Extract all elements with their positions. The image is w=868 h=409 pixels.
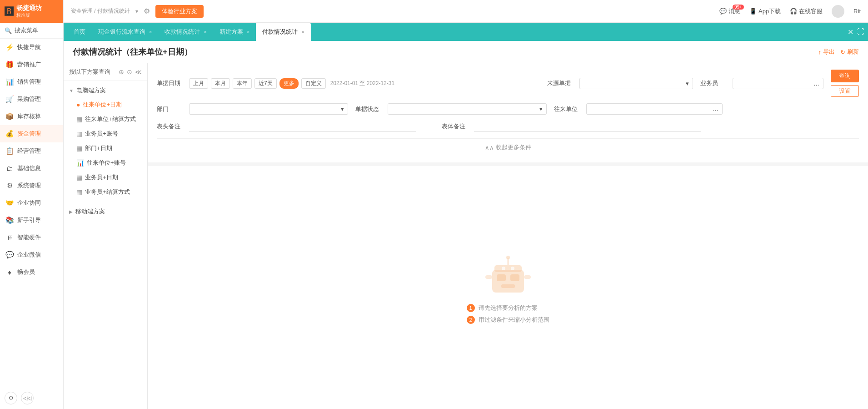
body-area: 按以下方案查询 ⊕ ⊙ ≪ ▼ 电脑端方案 ● 往来单位+日期 (64, 63, 868, 409)
scheme-item-unit-account[interactable]: 📊 往来单位+账号 (64, 156, 147, 170)
related-unit-select[interactable]: … (586, 103, 723, 115)
page-header-actions: ↑ 导出 ↻ 刷新 (818, 48, 859, 56)
sidebar-search[interactable]: 🔍 搜索菜单 (0, 23, 63, 39)
export-btn[interactable]: ↑ 导出 (818, 48, 835, 56)
pc-scheme-group: ▼ 电脑端方案 ● 往来单位+日期 ▦ 往来单位+结算方式 ▦ 业务员+账号 (64, 81, 147, 202)
sidebar-item-guide[interactable]: 📚 新手引导 (0, 212, 63, 229)
tab-bank-flow-close[interactable]: × (149, 29, 152, 35)
bill-status-label: 单据状态 (355, 105, 380, 113)
marketing-icon: 🎁 (5, 61, 14, 69)
pc-scheme-group-header[interactable]: ▼ 电脑端方案 (64, 84, 147, 97)
scheme-icon-unit-account: 📊 (76, 159, 84, 167)
scheme-icon-staff-account: ▦ (76, 130, 82, 137)
scheme-item-unit-settlement[interactable]: ▦ 往来单位+结算方式 (64, 112, 147, 126)
settings-bottom-btn[interactable]: ⚙ (5, 392, 17, 404)
sidebar-item-sales[interactable]: 📊 销售管理 (0, 73, 63, 91)
date-btn-more[interactable]: 更多 (279, 78, 299, 89)
tip-text-2: 用过滤条件来缩小分析范围 (479, 316, 549, 324)
scheme-item-staff-account[interactable]: ▦ 业务员+账号 (64, 126, 147, 141)
trial-btn[interactable]: 体验行业方案 (155, 5, 204, 18)
scheme-icon-unit-date: ● (76, 101, 80, 108)
tabbar-close-all-btn[interactable]: ✕ (848, 28, 853, 36)
sidebar: 🅱 畅捷通坊 标准版 🔍 搜索菜单 ⚡ 快捷导航 🎁 营销推广 📊 销售管理 🛒… (0, 0, 64, 409)
header-note-input[interactable] (189, 121, 416, 132)
tab-payment-stats[interactable]: 付款情况统计 × (256, 23, 310, 41)
date-btn-this-month[interactable]: 本月 (211, 78, 230, 89)
export-label: 导出 (823, 48, 835, 56)
staff-select[interactable]: … (733, 78, 823, 89)
capital-icon: 💰 (5, 130, 14, 138)
source-bill-select[interactable]: ▾ (579, 78, 693, 89)
collapse-bar[interactable]: ∧∧ 收起更多条件 (157, 138, 859, 156)
sidebar-item-label: 营销推广 (17, 61, 41, 69)
topbar-gear-icon[interactable]: ⚙ (144, 7, 150, 15)
body-note-input[interactable] (474, 121, 701, 132)
tab-new-scheme-close[interactable]: × (247, 29, 249, 35)
topbar: 资金管理 / 付款情况统计 ▾ ⚙ 体验行业方案 💬 消息 99+ 📱 App下… (64, 0, 868, 23)
pc-group-label: 电脑端方案 (76, 86, 106, 95)
app-download-btn[interactable]: 📱 App下载 (749, 7, 781, 15)
sidebar-item-enterprise[interactable]: 🤝 企业协同 (0, 194, 63, 212)
sidebar-item-basic[interactable]: 🗂 基础信息 (0, 160, 63, 177)
hardware-icon: 🖥 (5, 233, 14, 242)
tab-collection-stats[interactable]: 收款情况统计 × (158, 23, 213, 41)
header-note-label: 表头备注 (157, 122, 182, 131)
body-note-label: 表体备注 (442, 122, 467, 131)
operation-icon: 📋 (5, 147, 14, 155)
refresh-label: 刷新 (847, 48, 859, 56)
topbar-dropdown-arrow[interactable]: ▾ (135, 8, 138, 15)
sidebar-item-label: 经营管理 (17, 147, 41, 155)
panel-collapse-icon[interactable]: ≪ (135, 68, 142, 76)
refresh-btn[interactable]: ↻ 刷新 (840, 48, 859, 56)
query-btn[interactable]: 查询 (831, 70, 859, 82)
sales-icon: 📊 (5, 78, 14, 86)
scheme-label-staff-settlement: 业务员+结算方式 (85, 188, 130, 196)
empty-tips: 1 请先选择要分析的方案 2 用过滤条件来缩小分析范围 (467, 304, 549, 324)
scheme-label-unit-date: 往来单位+日期 (83, 101, 122, 109)
tab-bank-flow[interactable]: 现金银行流水查询 × (92, 23, 158, 41)
date-btn-last-month[interactable]: 上月 (189, 78, 208, 89)
tab-payment-stats-close[interactable]: × (301, 29, 304, 35)
tab-new-scheme[interactable]: 新建方案 × (213, 23, 256, 41)
sidebar-item-inventory[interactable]: 📦 库存核算 (0, 108, 63, 125)
collapse-btn[interactable]: ◁◁ (21, 392, 34, 404)
topbar-breadcrumb: 资金管理 / 付款情况统计 (71, 7, 130, 15)
tabbar-expand-btn[interactable]: ⛶ (857, 28, 864, 36)
scheme-item-dept-date[interactable]: ▦ 部门+日期 (64, 141, 147, 156)
source-bill-arrow: ▾ (686, 80, 689, 87)
dept-select[interactable]: ▾ (189, 103, 348, 115)
msg-btn[interactable]: 💬 消息 99+ (719, 7, 740, 15)
svg-rect-4 (494, 265, 522, 272)
sidebar-item-hardware[interactable]: 🖥 智能硬件 (0, 229, 63, 246)
scheme-item-staff-settlement[interactable]: ▦ 业务员+结算方式 (64, 185, 147, 199)
scheme-item-unit-date[interactable]: ● 往来单位+日期 (64, 97, 147, 112)
online-service-btn[interactable]: 🎧 在线客服 (790, 7, 823, 15)
tab-collection-stats-close[interactable]: × (204, 29, 206, 35)
sidebar-item-system[interactable]: ⚙ 系统管理 (0, 177, 63, 194)
sidebar-item-weixin[interactable]: 💬 企业微信 (0, 246, 63, 263)
date-btn-custom[interactable]: 自定义 (301, 78, 326, 89)
add-scheme-icon[interactable]: ⊕ (119, 68, 124, 76)
logo-text: 畅捷通坊 (16, 4, 42, 12)
sidebar-item-marketing[interactable]: 🎁 营销推广 (0, 56, 63, 73)
sidebar-item-capital[interactable]: 💰 资金管理 (0, 125, 63, 142)
sidebar-item-quick-nav[interactable]: ⚡ 快捷导航 (0, 39, 63, 56)
mobile-scheme-group-header[interactable]: ▶ 移动端方案 (64, 205, 147, 218)
sidebar-item-member[interactable]: ♦ 畅会员 (0, 263, 63, 281)
sidebar-item-purchase[interactable]: 🛒 采购管理 (0, 91, 63, 108)
service-label: 在线客服 (799, 7, 823, 15)
scheme-icon-staff-date: ▦ (76, 174, 82, 181)
bill-status-select[interactable]: ▾ (388, 103, 547, 115)
scheme-settings-icon[interactable]: ⊙ (127, 68, 132, 76)
sidebar-item-label: 企业协同 (17, 199, 41, 207)
date-btn-7days[interactable]: 近7天 (254, 78, 277, 89)
left-panel-header: 按以下方案查询 ⊕ ⊙ ≪ (64, 63, 147, 81)
topbar-right: 💬 消息 99+ 📱 App下载 🎧 在线客服 Rit (719, 5, 861, 18)
sidebar-item-operation[interactable]: 📋 经营管理 (0, 142, 63, 160)
tabbar-right: ✕ ⛶ (848, 28, 864, 36)
settings-btn[interactable]: 设置 (831, 85, 859, 97)
scheme-item-staff-date[interactable]: ▦ 业务员+日期 (64, 170, 147, 185)
tab-home[interactable]: 首页 (67, 23, 92, 41)
date-btn-this-year[interactable]: 本年 (233, 78, 252, 89)
scheme-label-dept-date: 部门+日期 (85, 144, 112, 152)
